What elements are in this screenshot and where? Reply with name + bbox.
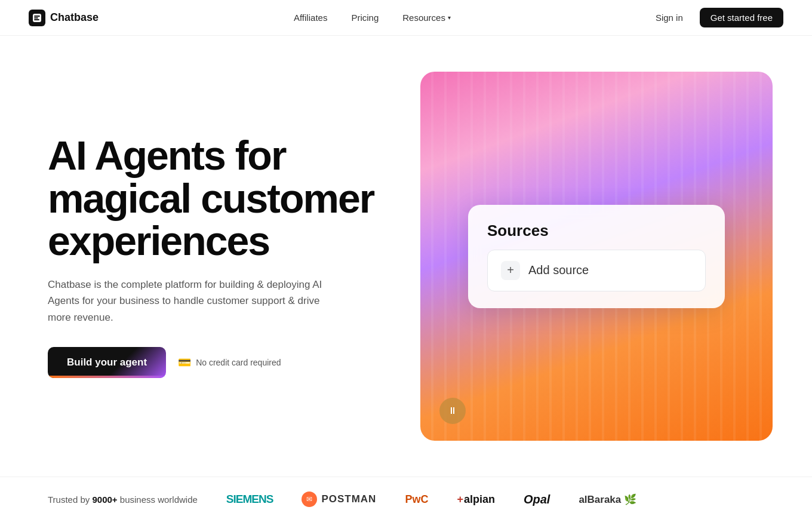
hero-description: Chatbase is the complete platform for bu… bbox=[48, 277, 322, 325]
logo-postman: POSTMAN bbox=[302, 492, 376, 507]
nav-resources[interactable]: Resources ▾ bbox=[393, 9, 460, 26]
logo-albaraka: alBaraka 🌿 bbox=[579, 493, 636, 506]
postman-icon bbox=[302, 492, 317, 507]
hero-right: Sources + Add source ⏸ bbox=[420, 72, 773, 441]
signin-link[interactable]: Sign in bbox=[646, 9, 693, 26]
logo-pwc: PwC bbox=[405, 493, 428, 506]
logo-siemens: SIEMENS bbox=[226, 493, 273, 506]
hero-title: AI Agents for magical customer experienc… bbox=[48, 134, 420, 262]
sources-widget: Sources + Add source bbox=[468, 205, 725, 308]
no-cc-notice: 💳 No credit card required bbox=[178, 356, 281, 369]
navbar: Chatbase Affiliates Pricing Resources ▾ … bbox=[0, 0, 812, 36]
chevron-down-icon: ▾ bbox=[448, 14, 451, 21]
signup-button[interactable]: Get started free bbox=[700, 8, 783, 27]
hero-left: AI Agents for magical customer experienc… bbox=[48, 134, 420, 378]
logo-alpian: alpian bbox=[457, 493, 495, 506]
trusted-label: Trusted by 9000+ business worldwide bbox=[48, 494, 198, 505]
nav-links: Affiliates Pricing Resources ▾ bbox=[284, 9, 460, 26]
add-source-button[interactable]: + Add source bbox=[487, 250, 706, 291]
pause-button[interactable]: ⏸ bbox=[439, 398, 466, 424]
partner-logos: SIEMENS POSTMAN PwC alpian Opal alBaraka… bbox=[226, 492, 764, 507]
nav-affiliates[interactable]: Affiliates bbox=[284, 9, 337, 26]
logo-link[interactable]: Chatbase bbox=[29, 10, 99, 26]
hero-section: AI Agents for magical customer experienc… bbox=[0, 36, 812, 477]
build-agent-button[interactable]: Build your agent bbox=[48, 347, 166, 378]
nav-right: Sign in Get started free bbox=[646, 8, 783, 27]
logo-icon bbox=[29, 10, 45, 26]
nav-pricing[interactable]: Pricing bbox=[342, 9, 388, 26]
credit-card-icon: 💳 bbox=[178, 356, 191, 369]
plus-icon: + bbox=[501, 261, 520, 280]
hero-actions: Build your agent 💳 No credit card requir… bbox=[48, 347, 420, 378]
pause-icon: ⏸ bbox=[448, 406, 457, 416]
sources-title: Sources bbox=[487, 222, 706, 240]
trusted-section: Trusted by 9000+ business worldwide SIEM… bbox=[0, 477, 812, 513]
logo-opal: Opal bbox=[524, 493, 550, 506]
logo-text: Chatbase bbox=[50, 11, 99, 24]
hero-card: Sources + Add source ⏸ bbox=[420, 72, 773, 441]
